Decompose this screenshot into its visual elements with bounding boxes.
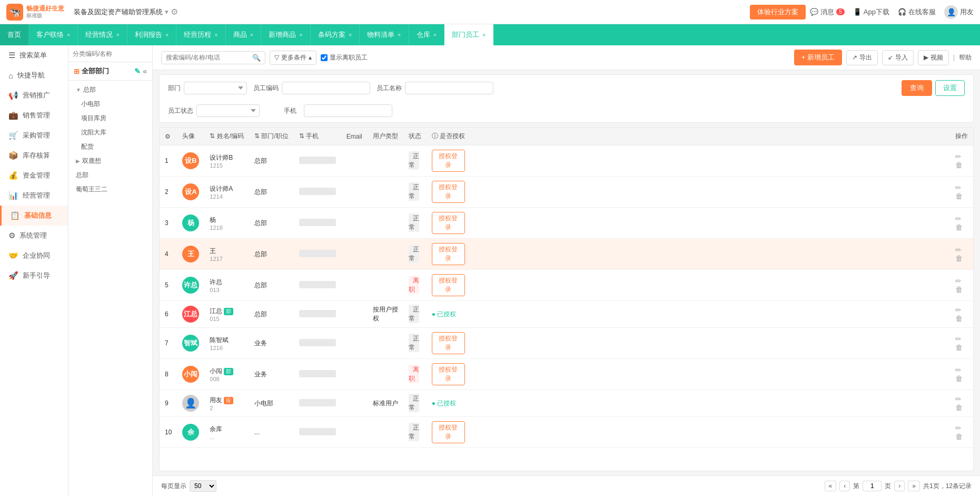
close-icon[interactable]: × [116, 32, 119, 38]
delete-icon[interactable]: 🗑 [955, 192, 963, 200]
tab-warehouse[interactable]: 仓库 × [409, 24, 444, 45]
delete-icon[interactable]: 🗑 [955, 161, 963, 169]
sidebar-item-search-menu[interactable]: ☰ 搜索菜单 [0, 45, 68, 65]
edit-icon[interactable]: ✏ [955, 424, 962, 432]
auth-login-button[interactable]: 授权登录 [432, 243, 465, 265]
sidebar-item-finance[interactable]: 💰 资金管理 [0, 166, 68, 186]
dept-node-shenyang[interactable]: 沈阳大库 [68, 125, 152, 140]
close-icon[interactable]: × [482, 32, 486, 38]
emp-code-input[interactable] [282, 82, 370, 94]
dept-all-header[interactable]: ⊞ 全部部门 ✎ « [68, 62, 152, 81]
th-dept-pos[interactable]: ⇅ 部门/职位 [249, 128, 294, 145]
edit-icon[interactable]: ✏ [955, 215, 962, 223]
dept-node-zongbu[interactable]: ▼ 总部 [68, 83, 152, 97]
close-icon[interactable]: × [299, 32, 302, 38]
sidebar-item-collab[interactable]: 🤝 企业协同 [0, 246, 68, 266]
sidebar-item-quick-nav[interactable]: ⌂ 快捷导航 [0, 65, 68, 85]
edit-icon[interactable]: ✏ [955, 277, 962, 285]
dept-select[interactable] [184, 82, 247, 94]
auth-login-button[interactable]: 授权登录 [432, 332, 465, 354]
close-icon[interactable]: × [165, 32, 169, 38]
dept-node-putaowangzi[interactable]: 葡萄王三二 [68, 182, 152, 197]
edit-icon[interactable]: ✏ [955, 183, 962, 192]
tab-profit[interactable]: 利润报告 × [127, 24, 176, 45]
show-resigned-input[interactable] [321, 54, 328, 61]
edit-icon[interactable]: ✏ [955, 306, 962, 314]
dept-edit-icon[interactable]: ✎ [134, 67, 141, 75]
filter-btn[interactable]: ▽ 更多条件 ▴ [270, 51, 316, 65]
prev-page-btn[interactable]: ‹ [839, 481, 850, 491]
delete-icon[interactable]: 🗑 [955, 374, 963, 383]
app-dl-item[interactable]: 📱 App下载 [853, 7, 889, 17]
video-button[interactable]: ▶ 视频 [918, 50, 949, 65]
sidebar-item-sales[interactable]: 💼 销售管理 [0, 105, 68, 125]
close-icon[interactable]: × [349, 32, 352, 38]
th-name-code[interactable]: ⇅ 姓名/编码 [204, 128, 249, 145]
close-icon[interactable]: × [67, 32, 70, 38]
tab-barcode[interactable]: 条码方案 × [311, 24, 360, 45]
sidebar-item-purchase[interactable]: 🛒 采购管理 [0, 125, 68, 145]
edit-icon[interactable]: ✏ [955, 335, 962, 343]
delete-icon[interactable]: 🗑 [955, 223, 963, 231]
tab-goods[interactable]: 商品 × [226, 24, 261, 45]
auth-login-button[interactable]: 授权登录 [432, 181, 465, 203]
tab-add-goods[interactable]: 新增商品 × [261, 24, 310, 45]
delete-icon[interactable]: 🗑 [955, 254, 963, 262]
dept-search-input[interactable] [73, 50, 152, 57]
edit-icon[interactable]: ✏ [955, 366, 962, 374]
auth-login-button[interactable]: 授权登录 [432, 421, 465, 443]
auth-login-button[interactable]: 授权登录 [432, 274, 465, 296]
sidebar-item-basic[interactable]: 📋 基础信息 [0, 206, 68, 226]
close-icon[interactable]: × [250, 32, 253, 38]
dept-node-peihuo[interactable]: 配货 [68, 140, 152, 154]
user-item[interactable]: 👤 用友 [944, 5, 974, 19]
tab-employees[interactable]: 部门员工 × [444, 24, 493, 45]
tab-home[interactable]: 首页 [0, 24, 29, 45]
search-icon[interactable]: 🔍 [252, 54, 261, 62]
auth-login-button[interactable]: 授权登录 [432, 150, 465, 172]
th-gear[interactable]: ⚙ [160, 128, 177, 145]
auth-login-button[interactable]: 授权登录 [432, 212, 465, 234]
search-input[interactable] [166, 54, 250, 61]
delete-icon[interactable]: 🗑 [955, 343, 963, 352]
show-resigned-checkbox[interactable]: 显示离职员工 [321, 53, 368, 62]
query-button[interactable]: 查询 [902, 80, 932, 96]
trial-button[interactable]: 体验行业方案 [750, 5, 806, 20]
close-icon[interactable]: × [433, 32, 437, 38]
dept-node-zongbu2[interactable]: 总部 [68, 168, 152, 182]
sidebar-item-system[interactable]: ⚙ 系统管理 [0, 226, 68, 246]
dept-collapse-icon[interactable]: « [143, 67, 147, 75]
delete-icon[interactable]: 🗑 [955, 432, 963, 441]
auth-login-button[interactable]: 授权登录 [432, 363, 465, 385]
tab-operations[interactable]: 经营情况 × [78, 24, 127, 45]
msg-item[interactable]: 💬 消息 5 [810, 7, 845, 17]
tab-history[interactable]: 经营历程 × [176, 24, 225, 45]
status-select[interactable] [196, 104, 260, 117]
page-input[interactable] [863, 481, 882, 491]
tab-bom[interactable]: 物料清单 × [360, 24, 409, 45]
phone-input[interactable] [304, 104, 392, 117]
dept-node-xiaodianbu[interactable]: 小电部 [68, 97, 152, 111]
help-button[interactable]: 帮助 [959, 53, 972, 62]
import-button[interactable]: ↙ 导入 [882, 50, 914, 65]
per-page-select[interactable]: 50 20 100 [190, 480, 216, 492]
close-icon[interactable]: × [398, 32, 401, 38]
sidebar-item-marketing[interactable]: 📢 营销推广 [0, 85, 68, 105]
close-icon[interactable]: × [214, 32, 217, 38]
dept-node-shuanglu[interactable]: ▶ 双鹿想 [68, 154, 152, 168]
sidebar-item-ops[interactable]: 📊 经营管理 [0, 186, 68, 206]
delete-icon[interactable]: 🗑 [955, 403, 963, 412]
system-name-chevron[interactable]: ▾ [165, 8, 169, 16]
set-button[interactable]: 设置 [935, 80, 965, 96]
delete-icon[interactable]: 🗑 [955, 314, 963, 323]
th-phone[interactable]: ⇅ 手机 [294, 128, 341, 145]
add-employee-button[interactable]: + 新增员工 [794, 50, 842, 65]
last-page-btn[interactable]: » [908, 481, 920, 491]
support-item[interactable]: 🎧 在线客服 [898, 7, 936, 17]
dept-node-xiangmu[interactable]: 项目库房 [68, 111, 152, 125]
edit-icon[interactable]: ✏ [955, 246, 962, 254]
gear-icon[interactable]: ⚙ [171, 7, 178, 17]
sidebar-item-inventory[interactable]: 📦 库存核算 [0, 145, 68, 166]
next-page-btn[interactable]: › [894, 481, 905, 491]
edit-icon[interactable]: ✏ [955, 395, 962, 403]
